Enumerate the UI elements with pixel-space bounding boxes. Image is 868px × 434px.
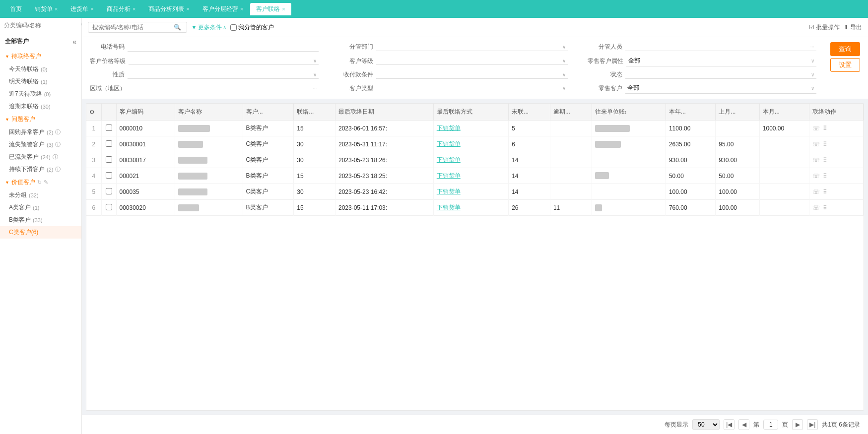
nav-product-analysis[interactable]: 商品分析 ×	[101, 3, 141, 15]
sidebar-search-input[interactable]	[4, 22, 78, 29]
sidebar-item-today[interactable]: 今天待联络 (0)	[0, 63, 81, 75]
sidebar-item-b-class[interactable]: B类客户 (33)	[0, 214, 81, 226]
cell-overdue	[550, 168, 592, 184]
cell-last-method[interactable]: 下销货单	[433, 136, 508, 152]
filter-region-select[interactable]: ···	[129, 84, 319, 92]
sidebar-collapse-icon[interactable]: «	[72, 38, 76, 46]
action-phone-icon[interactable]: ☏	[812, 204, 820, 211]
cell-last-method[interactable]: 下销货单	[433, 184, 508, 200]
col-this-month: 本月...	[759, 104, 809, 121]
filter-cust-grade-select[interactable]: ∨	[376, 57, 567, 65]
action-phone-icon[interactable]: ☏	[812, 125, 820, 132]
nav-customer-contact-close[interactable]: ×	[282, 6, 285, 12]
action-phone-icon[interactable]: ☏	[812, 173, 820, 180]
first-page-btn[interactable]: |◀	[724, 419, 734, 430]
action-more-icon[interactable]: ⠿	[823, 204, 827, 211]
action-phone-icon[interactable]: ☏	[812, 188, 820, 195]
my-customers-checkbox[interactable]	[230, 24, 237, 31]
cell-contact: 30	[294, 152, 335, 168]
edit-icon[interactable]: ✎	[44, 179, 48, 186]
action-more-icon[interactable]: ⠿	[823, 125, 827, 132]
filter-status-select[interactable]: ∨	[625, 71, 816, 79]
nav-purchase[interactable]: 进货单 ×	[65, 3, 99, 15]
refresh-icon[interactable]: ↻	[37, 179, 42, 186]
sidebar-item-c-class[interactable]: C类客户(6)	[0, 226, 81, 239]
sidebar-item-repurchase-abnormal[interactable]: 回购异常客户 (2) ⓘ	[0, 126, 81, 138]
sidebar-item-loss-warning[interactable]: 流失预警客户 (3) ⓘ	[0, 138, 81, 151]
prev-page-btn[interactable]: ◀	[738, 419, 749, 430]
cell-checkbox[interactable]	[101, 200, 116, 216]
nav-purchase-close[interactable]: ×	[90, 6, 93, 12]
sidebar-item-ungrouped[interactable]: 未分组 (32)	[0, 189, 81, 201]
nav-product-list-close[interactable]: ×	[186, 6, 189, 12]
cell-checkbox[interactable]	[101, 136, 116, 152]
filter-person-select[interactable]: ···	[625, 43, 816, 51]
sidebar-all-label: 全部客户	[5, 37, 29, 46]
sidebar-all-customers[interactable]: 全部客户 «	[0, 33, 81, 50]
filter-retail-attr-select[interactable]: 全部 ∨	[626, 56, 816, 66]
filter-phone-label: 电话号码	[90, 43, 125, 51]
cell-last-method[interactable]: 下销货单	[433, 152, 508, 168]
sidebar-item-declining[interactable]: 持续下滑客户 (2) ⓘ	[0, 163, 81, 176]
sidebar-item-tomorrow[interactable]: 明天待联络 (1)	[0, 75, 81, 88]
cell-checkbox[interactable]	[101, 121, 116, 136]
filter-cust-type-select[interactable]: ∨	[376, 84, 567, 92]
cell-checkbox[interactable]	[101, 152, 116, 168]
cell-contact: 30	[294, 184, 335, 200]
nav-home[interactable]: 首页	[4, 3, 28, 15]
cell-contact: 30	[294, 136, 335, 152]
export-btn[interactable]: ⬆ 导出	[844, 23, 862, 32]
cell-actions[interactable]: ☏ ⠿	[809, 168, 864, 184]
action-more-icon[interactable]: ⠿	[823, 188, 827, 195]
cell-last-method[interactable]: 下销货单	[433, 168, 508, 184]
next-page-btn[interactable]: ▶	[792, 419, 803, 430]
sidebar-item-7days[interactable]: 近7天待联络 (0)	[0, 88, 81, 100]
nav-customer-segment-close[interactable]: ×	[240, 6, 243, 12]
filter-phone-input[interactable]	[128, 42, 319, 52]
nav-customer-segment[interactable]: 客户分层经营 ×	[197, 3, 249, 15]
col-settings[interactable]: ⚙	[86, 104, 101, 121]
cell-checkbox[interactable]	[101, 168, 116, 184]
nav-product-list[interactable]: 商品分析列表 ×	[142, 3, 195, 15]
action-phone-icon[interactable]: ☏	[812, 141, 820, 148]
col-last-date: 最后联络日期	[335, 104, 433, 121]
filter-payment-select[interactable]: ∨	[376, 71, 567, 79]
action-phone-icon[interactable]: ☏	[812, 157, 820, 164]
nav-sales[interactable]: 销货单 ×	[29, 3, 64, 15]
setting-button[interactable]: 设置	[830, 58, 860, 72]
action-more-icon[interactable]: ⠿	[823, 157, 827, 164]
cell-num: 6	[86, 200, 101, 216]
col-last-month: 上月...	[716, 104, 760, 121]
filter-dept-select[interactable]: ∨	[376, 43, 567, 51]
cell-actions[interactable]: ☏ ⠿	[809, 184, 864, 200]
query-button[interactable]: 查询	[830, 42, 860, 56]
filter-price-grade-select[interactable]: ∨	[129, 57, 319, 65]
cell-actions[interactable]: ☏ ⠿	[809, 121, 864, 136]
more-conditions-btn[interactable]: ▼ 更多条件 ∧	[191, 23, 226, 32]
cell-last-method[interactable]: 下销货单	[433, 121, 508, 136]
action-more-icon[interactable]: ⠿	[823, 173, 827, 180]
sidebar-item-a-class[interactable]: A类客户 (1)	[0, 201, 81, 214]
table-wrap: ⚙ 客户编码 客户名称 客户... 联络... 最后联络日期 最后联络方式 未联…	[86, 103, 864, 411]
action-more-icon[interactable]: ⠿	[823, 141, 827, 148]
cell-actions[interactable]: ☏ ⠿	[809, 200, 864, 216]
search-icon[interactable]: 🔍	[174, 24, 181, 31]
page-number-input[interactable]	[763, 420, 778, 430]
cell-last-method[interactable]: 下销货单	[433, 200, 508, 216]
per-page-select[interactable]: 50 100	[692, 419, 720, 430]
cell-actions[interactable]: ☏ ⠿	[809, 152, 864, 168]
sidebar-item-lost[interactable]: 已流失客户 (24) ⓘ	[0, 151, 81, 163]
nav-product-analysis-close[interactable]: ×	[133, 6, 135, 12]
cell-actions[interactable]: ☏ ⠿	[809, 136, 864, 152]
search-input[interactable]	[92, 24, 172, 31]
last-page-btn[interactable]: ▶|	[807, 419, 818, 430]
nav-customer-contact[interactable]: 客户联络 ×	[250, 3, 291, 15]
nav-sales-close[interactable]: ×	[55, 6, 58, 12]
filter-nature-select[interactable]: ∨	[128, 71, 319, 79]
cell-checkbox[interactable]	[101, 184, 116, 200]
sidebar-section-pending-label: 待联络客户	[11, 52, 41, 61]
filter-retail-cust-select[interactable]: 全部 ∨	[625, 83, 816, 94]
batch-op-btn[interactable]: ☑ 批量操作	[809, 23, 840, 32]
cell-name: ██████	[175, 168, 243, 184]
sidebar-item-overdue-contact[interactable]: 逾期未联络 (30)	[0, 100, 81, 113]
